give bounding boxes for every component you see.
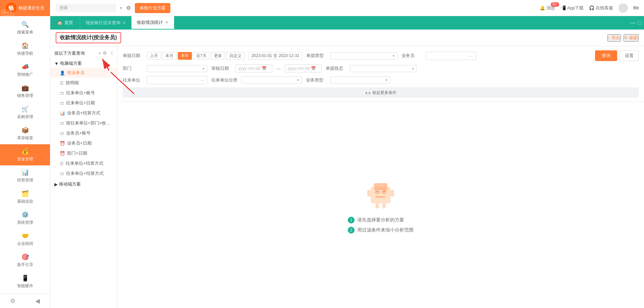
empty-step-2: 2 用过滤条件来缩小分析范围 [348,227,414,234]
refresh-btn[interactable]: ↻ 刷新 [624,34,639,42]
scheme-item-salesperson-calc[interactable]: 📊 业务员+结算方式 [50,108,117,118]
scheme-item-counterpart-dept[interactable]: 🗃 按往来单位+部门+收... [50,118,117,128]
sidebar-nav: 🔍 搜索菜单 🏠 快捷导航 📣 营销推广 💼 销售管理 🛒 采购管理 📦 [0,16,50,294]
empty-state-illustration [361,176,401,210]
review-date-label: 审核日期 [211,65,231,71]
counterpart-class-select[interactable]: ▾ [241,76,302,84]
scheme-item-label: 往来单位+结算方式 [66,160,103,166]
app-download-btn[interactable]: 📲 App下载 [560,5,584,11]
refresh-icon: ↻ [624,35,628,40]
query-btn[interactable]: 查询 [595,50,617,61]
page-header-actions: ↑ 导出 ↻ 刷新 [607,34,639,42]
scheme-collapse-btn[interactable]: 《 [108,50,113,56]
topbar-gear-icon[interactable]: ⚙ [126,5,131,11]
scheme-settings-btn[interactable]: ⚙ [103,50,107,56]
mobile-scheme-group-header[interactable]: ▶ 移动端方案 [50,180,117,189]
sidebar-item-operations[interactable]: 📊 经营管理 [0,165,50,187]
logo-text: 畅捷通好生意 [18,5,45,11]
sidebar: 畅 畅捷通好生意 标准版 🔍 搜索菜单 🏠 快捷导航 📣 营销推广 💼 销售管理 [0,0,50,308]
desktop-scheme-group-header[interactable]: ▼ 电脑端方案 [50,59,117,68]
tabs-minimize-btn[interactable]: — [630,20,635,26]
custom-date-btn[interactable]: 自定义 [226,52,245,60]
scheme-item-counterpart-account[interactable]: 🗃 往来单位+账号 [50,88,117,98]
review-date-to[interactable]: yyyy-mm-dd 📅 [285,64,322,72]
biz-type-select[interactable]: ▾ [330,76,390,84]
export-btn[interactable]: ↑ 导出 [607,34,621,42]
sidebar-collapse-btn[interactable]: ◀︎ [35,297,40,305]
desktop-scheme-group: ▼ 电脑端方案 👤 按业务员 ☰ 按明细 🗃 往来单位+账号 [50,59,117,178]
scheme-item-counterpart-calc2[interactable]: ☰ 往来单位+结算方式 [50,158,117,168]
sidebar-item-enterprise[interactable]: 🤝 企业协同 [0,229,50,250]
dept-select[interactable]: ▾ [147,65,207,72]
sidebar-item-quick-nav[interactable]: 🏠 快捷导航 [0,39,50,60]
scheme-item-by-detail[interactable]: ☰ 按明细 [50,78,117,88]
more-date-btn[interactable]: 更多 [211,52,225,60]
basic-icon: 🗂️ [21,190,29,197]
salesperson-select[interactable]: ··· [426,52,476,60]
trial-btn[interactable]: 体验行业方案 [135,3,170,13]
scheme-item-counterpart-calc3[interactable]: 🗃 往来单位+结算方式 [50,168,117,178]
main-area: 搜索 ▾ ⚙ 体验行业方案 🔔 消息 99+ 📲 App下载 🎧 在线客服 [50,0,644,308]
sidebar-item-hardware[interactable]: 📱 智能硬件 [0,271,50,292]
this-month-btn[interactable]: 本月 [162,52,176,60]
sidebar-header: 畅 畅捷通好生意 标准版 [0,0,50,16]
sidebar-item-marketing[interactable]: 📣 营销推广 [0,60,50,81]
filter-row-1: 单据日期 上月 本月 本年 近7天 更多 自定义 2023-01-01 至 [123,50,639,61]
collapse-filter-btn[interactable]: ∧∧ 收起更多条件 [123,88,639,98]
detail-scheme-icon: ☰ [60,81,64,86]
counterpart-calc2-icon: ☰ [60,161,64,166]
sidebar-item-search-menu[interactable]: 🔍 搜索菜单 [0,17,50,39]
set-btn[interactable]: 设置 [620,50,639,61]
user-avatar[interactable] [619,3,628,13]
dept-date-icon: ⏰ [60,151,65,156]
finance-icon: 💰 [21,148,29,155]
search-menu-input[interactable]: 搜索 [56,4,116,12]
tab-bank-flow-close[interactable]: ✕ [122,20,126,25]
topbar-dropdown-arrow[interactable]: ▾ [120,6,122,10]
scheme-item-label: 往来单位+结算方式 [66,170,104,176]
tab-bank-flow[interactable]: 现金银行流水查询 ✕ [80,16,131,30]
date-from-value: 2023-01-01 [252,53,272,58]
sidebar-item-newguide[interactable]: 🎯 新手引导 [0,250,50,271]
voucher-type-label: 单据类型 [306,53,326,59]
scheme-item-counterpart-date[interactable]: 🗃 往来单位+日期 [50,98,117,108]
sidebar-item-inventory[interactable]: 📦 库存核算 [0,123,50,144]
tab-home[interactable]: 🏠 首页 [50,16,80,30]
sidebar-item-basic[interactable]: 🗂️ 基础信息 [0,187,50,208]
refresh-label: 刷新 [629,35,638,41]
scheme-item-by-salesperson[interactable]: 👤 按业务员 [50,68,117,78]
counterpart-select[interactable]: ··· [147,76,207,84]
step-2-text: 用过滤条件来缩小分析范围 [357,227,414,233]
tabs-maximize-btn[interactable]: □ [638,20,641,26]
last-month-btn[interactable]: 上月 [147,52,161,60]
notice-btn[interactable]: 🔔 消息 99+ [540,5,555,11]
last-7days-btn[interactable]: 近7天 [193,52,210,60]
tab-receipt-stat[interactable]: 收款情况统计 ✕ [131,16,174,30]
online-service-btn[interactable]: 🎧 在线客服 [589,5,613,11]
tab-receipt-stat-close[interactable]: ✕ [165,20,168,25]
scheme-item-label: 部门+日期 [67,150,87,156]
scheme-item-salesperson-account[interactable]: 🗃 业务员+账号 [50,128,117,138]
sidebar-item-finance[interactable]: 💰 资金管理 [0,144,50,165]
svg-point-5 [383,191,385,193]
app-download-label: App下载 [567,5,584,11]
review-date-from[interactable]: yyyy-mm-dd 📅 [235,64,272,72]
more-options-btn[interactable]: ··· [470,53,473,58]
sidebar-item-sales[interactable]: 💼 销售管理 [0,81,50,102]
this-year-btn[interactable]: 本年 [178,52,192,60]
sidebar-item-purchase[interactable]: 🛒 采购管理 [0,102,50,123]
sidebar-item-system[interactable]: ⚙️ 系统管理 [0,208,50,229]
voucher-status-select[interactable]: ▾ [350,65,417,72]
add-scheme-btn[interactable]: + [99,50,101,56]
scheme-item-salesperson-date[interactable]: ⏰ 业务员+日期 [50,138,117,148]
date-range-input[interactable]: 2023-01-01 至 2023-12-31 [249,52,303,60]
sidebar-item-label: 快捷导航 [17,51,33,56]
user-name: Rit [633,5,639,10]
sidebar-item-label: 营销推广 [17,72,33,78]
counterpart-more-btn[interactable]: ··· [201,78,204,83]
voucher-type-select[interactable]: ▾ [330,52,397,59]
empty-step-1: 1 请先选择要分析的方案 [348,217,414,223]
scheme-item-dept-date[interactable]: ⏰ 部门+日期 [50,148,117,158]
svg-rect-6 [376,196,386,198]
sidebar-settings-btn[interactable]: ⚙ [10,297,15,305]
